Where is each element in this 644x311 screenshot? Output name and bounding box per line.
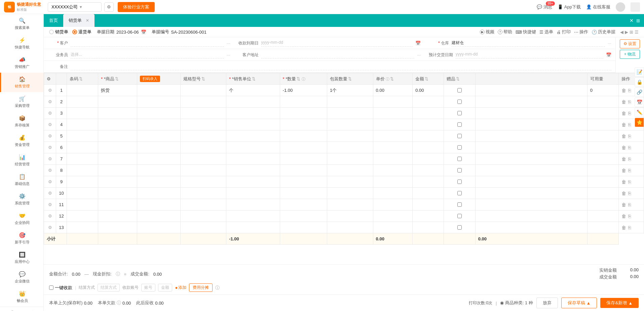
cell-unit-10[interactable]	[226, 199, 280, 210]
cell-quantity-4[interactable]	[280, 130, 327, 142]
cell-pack-0[interactable]: 1个	[327, 85, 373, 96]
gift-checkbox-5[interactable]	[457, 145, 462, 150]
cell-unit-9[interactable]	[226, 188, 280, 199]
cell-spec-4[interactable]	[180, 130, 226, 142]
shortcut-btn[interactable]: ⌨ 快捷键	[516, 29, 536, 35]
row-settings-9[interactable]: ⚙	[44, 188, 56, 199]
delete-icon-12[interactable]: 🗑	[621, 225, 626, 230]
cell-amount-4[interactable]	[413, 130, 444, 142]
cell-price-5[interactable]	[373, 142, 413, 153]
cell-price-1[interactable]	[373, 96, 413, 108]
cell-pack-8[interactable]	[327, 176, 373, 188]
cell-gift-8[interactable]	[444, 176, 475, 188]
copy-icon-1[interactable]: ⎘	[628, 99, 631, 105]
delete-icon-1[interactable]: 🗑	[621, 99, 626, 105]
cell-pack-3[interactable]	[327, 119, 373, 130]
settings-gear-btn[interactable]: ⚙	[104, 2, 114, 12]
delete-icon-11[interactable]: 🗑	[621, 213, 626, 219]
select-btn[interactable]: ☰ 选单	[539, 29, 553, 35]
cell-spec-1[interactable]	[180, 96, 226, 108]
payment-method-select[interactable]: 结算方式	[98, 284, 120, 291]
save-draft-btn[interactable]: 保存草稿 ▲	[561, 298, 597, 308]
cell-product-12[interactable]	[98, 222, 137, 233]
cell-quantity-9[interactable]	[280, 188, 327, 199]
cell-quantity-0[interactable]: -1.00	[280, 85, 327, 96]
row-settings-1[interactable]: ⚙	[44, 96, 56, 108]
cell-pack-11[interactable]	[327, 210, 373, 222]
sidebar-item-apps[interactable]: 🔲 应用中心	[0, 248, 43, 268]
salesperson-dots[interactable]: ···	[227, 52, 230, 57]
online-service-btn[interactable]: 👤 在线客服	[586, 4, 610, 10]
cell-barcode-9[interactable]	[67, 188, 98, 199]
copy-icon-2[interactable]: ⎘	[628, 111, 631, 116]
app-download-btn[interactable]: 📱 App下载	[558, 4, 581, 10]
cell-quantity-6[interactable]	[280, 153, 327, 165]
cell-spec-2[interactable]	[180, 108, 226, 119]
cell-quantity-12[interactable]	[280, 222, 327, 233]
cell-unit-3[interactable]	[226, 119, 280, 130]
delete-icon-9[interactable]: 🗑	[621, 191, 626, 196]
cell-spec-3[interactable]	[180, 119, 226, 130]
copy-icon-3[interactable]: ⎘	[628, 122, 631, 127]
sidebar-item-finance[interactable]: 💰 资金管理	[0, 131, 43, 151]
payment-due-calendar[interactable]: 📅	[415, 41, 421, 46]
sidebar-item-marketing[interactable]: 📣 营销推广	[0, 53, 43, 73]
cell-spec-12[interactable]	[180, 222, 226, 233]
cell-product-5[interactable]	[98, 142, 137, 153]
cell-unit-4[interactable]	[226, 130, 280, 142]
cell-pack-2[interactable]	[327, 108, 373, 119]
cell-unit-12[interactable]	[226, 222, 280, 233]
cell-price-10[interactable]	[373, 199, 413, 210]
cell-barcode-8[interactable]	[67, 176, 98, 188]
amount-input[interactable]: 金额	[158, 284, 172, 291]
row-settings-11[interactable]: ⚙	[44, 210, 56, 222]
cell-amount-0[interactable]: 0.00	[413, 85, 444, 96]
cell-unit-2[interactable]	[226, 108, 280, 119]
cell-pack-1[interactable]	[327, 96, 373, 108]
sidebar-item-purchase[interactable]: 🛒 采购管理	[0, 92, 43, 112]
trial-btn[interactable]: 体验行业方案	[118, 2, 155, 12]
gift-checkbox-12[interactable]	[457, 225, 462, 230]
cell-product-8[interactable]	[98, 176, 137, 188]
prev-btn[interactable]: ◀	[620, 30, 623, 35]
cell-price-0[interactable]: 0.00	[373, 85, 413, 96]
cell-spec-6[interactable]	[180, 153, 226, 165]
cell-spec-7[interactable]	[180, 165, 226, 176]
next-btn[interactable]: ▶	[625, 30, 628, 35]
copy-icon-6[interactable]: ⎘	[628, 156, 631, 162]
cell-quantity-11[interactable]	[280, 210, 327, 222]
row-settings-5[interactable]: ⚙	[44, 142, 56, 153]
cell-gift-2[interactable]	[444, 108, 475, 119]
help-btn[interactable]: ? 帮助	[498, 29, 512, 35]
discard-btn[interactable]: 放弃	[536, 298, 558, 308]
cell-product-11[interactable]	[98, 210, 137, 222]
delete-icon-4[interactable]: 🗑	[621, 133, 626, 139]
cell-gift-11[interactable]	[444, 210, 475, 222]
avatar[interactable]	[616, 2, 625, 12]
cell-pack-7[interactable]	[327, 165, 373, 176]
cell-product-7[interactable]	[98, 165, 137, 176]
cell-product-9[interactable]	[98, 188, 137, 199]
setup-btn[interactable]: ⚙ 设置	[620, 39, 640, 48]
cell-pack-9[interactable]	[327, 188, 373, 199]
sidebar-item-member[interactable]: 👑 畅会员	[0, 287, 43, 307]
cell-amount-11[interactable]	[413, 210, 444, 222]
tab-close-all-btn[interactable]: ✕	[630, 18, 634, 23]
cell-quantity-5[interactable]	[280, 142, 327, 153]
copy-icon-9[interactable]: ⎘	[628, 191, 631, 196]
gift-checkbox-7[interactable]	[457, 168, 462, 172]
radio-return[interactable]: 退货单	[72, 29, 91, 35]
cell-pack-12[interactable]	[327, 222, 373, 233]
warehouse-dots[interactable]: ···	[608, 41, 611, 46]
cell-product-6[interactable]	[98, 153, 137, 165]
sidebar-item-sales[interactable]: 🏠 销售管理	[0, 73, 43, 92]
cell-pack-5[interactable]	[327, 142, 373, 153]
cell-barcode-3[interactable]	[67, 119, 98, 130]
actions-btn[interactable]: ⋯ 操作	[574, 29, 588, 35]
delete-icon-10[interactable]: 🗑	[621, 202, 626, 207]
gift-checkbox-0[interactable]	[457, 88, 462, 92]
delete-icon-3[interactable]: 🗑	[621, 122, 626, 127]
cell-pack-4[interactable]	[327, 130, 373, 142]
sidebar-item-basic[interactable]: 📋 基础信息	[0, 170, 43, 190]
float-btn-2[interactable]: 🔒	[635, 77, 644, 87]
